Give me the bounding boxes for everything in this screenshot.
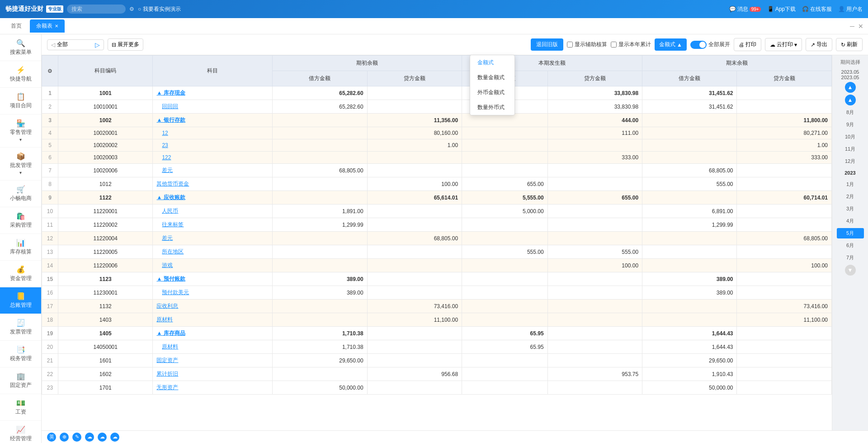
ytd-checkbox-input[interactable] [611, 42, 617, 48]
subject-name-link[interactable]: ▲ 应收账款 [156, 194, 185, 200]
subject-name-link[interactable]: 其他货币资金 [156, 181, 189, 187]
sidebar-item-tax[interactable]: 📑 税务管理 [0, 341, 41, 367]
expand-more-btn[interactable]: ⊟ 展开更多 [108, 38, 143, 51]
sidebar-item-retail[interactable]: 🏪 零售管理 ▾ [0, 114, 41, 148]
status-icon-cloud2[interactable]: ☁ [98, 433, 107, 442]
subject-search-input[interactable] [57, 42, 93, 48]
status-icon-edit[interactable]: ✎ [72, 433, 81, 442]
row-name[interactable]: 122 [153, 152, 273, 164]
row-name[interactable]: 应收利息 [153, 300, 273, 313]
row-name[interactable]: 累计折旧 [153, 367, 273, 381]
subject-name-link[interactable]: 23 [156, 142, 168, 148]
subject-name-link[interactable]: 无形资产 [156, 384, 178, 391]
subject-name-link[interactable]: 回回回 [156, 103, 178, 110]
gear-icon[interactable]: ⚙ [129, 6, 134, 12]
sidebar-item-quicknav[interactable]: ⚡ 快捷导航 [0, 61, 41, 88]
month-6[interactable]: 6月 [837, 240, 864, 251]
subject-name-link[interactable]: 12 [156, 130, 168, 136]
subject-search[interactable]: ◁ ▷ [47, 39, 104, 50]
month-2[interactable]: 2月 [837, 191, 864, 202]
subject-name-link[interactable]: 应收利息 [156, 303, 178, 309]
row-name[interactable]: 所在地区 [153, 245, 273, 259]
row-name[interactable]: 人民币 [153, 205, 273, 218]
show-ytd-checkbox[interactable]: 显示本年累计 [611, 41, 651, 48]
month-12[interactable]: 12月 [837, 156, 864, 167]
cloud-print-btn[interactable]: ☁ 云打印 ▾ [765, 38, 802, 51]
row-name[interactable]: 游戏 [153, 259, 273, 272]
subject-name-link[interactable]: 差元 [156, 235, 173, 241]
refresh-btn[interactable]: ↻ 刷新 [836, 38, 863, 51]
sidebar-item-ecommerce[interactable]: 🛒 小畅电商 [0, 181, 41, 207]
row-name[interactable]: 固定资产 [153, 354, 273, 367]
format-dropdown-btn[interactable]: 金额式 ▲ [655, 38, 687, 51]
download-btn[interactable]: 📱 App下载 [767, 5, 796, 13]
month-10[interactable]: 10月 [837, 132, 864, 142]
status-icon-cloud1[interactable]: ☁ [85, 433, 94, 442]
row-name[interactable]: ▲ 库存现金 [153, 86, 273, 100]
format-option-amount[interactable]: 金额式 [470, 55, 514, 70]
aux-checkbox-input[interactable] [567, 42, 573, 48]
month-9[interactable]: 9月 [837, 119, 864, 130]
subject-name-link[interactable]: 累计折旧 [156, 371, 178, 377]
top-search-input[interactable] [67, 5, 126, 14]
back-arrow-icon[interactable]: ◁ [51, 42, 55, 48]
month-11[interactable]: 11月 [837, 144, 864, 154]
row-name[interactable]: 其他货币资金 [153, 177, 273, 191]
window-minimize-btn[interactable]: ─ [850, 23, 854, 30]
sidebar-item-salary[interactable]: 💵 工资 [0, 394, 41, 421]
format-option-foreign-amount[interactable]: 外币金额式 [470, 85, 514, 100]
print-btn[interactable]: 🖨 打印 [734, 38, 761, 51]
row-name[interactable]: ▲ 银行存款 [153, 114, 273, 127]
message-btn[interactable]: 💬 消息 99+ [729, 5, 761, 13]
status-icon-lang[interactable]: 英 [47, 433, 56, 442]
month-1[interactable]: 1月 [837, 179, 864, 190]
status-icon-cloud3[interactable]: ☁ [110, 433, 119, 442]
status-icon-plus[interactable]: ⊕ [60, 433, 69, 442]
row-name[interactable]: 差元 [153, 164, 273, 177]
sidebar-item-search[interactable]: 🔍 搜索菜单 [0, 34, 41, 61]
format-option-qty-foreign[interactable]: 数量外币式 [470, 100, 514, 115]
sidebar-item-wholesale[interactable]: 📦 批发管理 ▾ [0, 148, 41, 181]
subject-name-link[interactable]: 固定资产 [156, 357, 178, 363]
row-name[interactable]: 无形资产 [153, 381, 273, 395]
subject-name-link[interactable]: 原材料 [156, 316, 173, 323]
toggle-switch[interactable] [690, 41, 707, 49]
sidebar-item-assets[interactable]: 🏢 固定资产 [0, 367, 41, 394]
row-name[interactable]: 23 [153, 139, 273, 152]
expand-all-toggle[interactable]: 全部展开 [690, 41, 730, 49]
prev-period-btn[interactable]: ▲ [845, 82, 856, 93]
sidebar-item-purchase[interactable]: 🛍️ 采购管理 [0, 207, 41, 234]
prev-period-btn2[interactable]: ▲ [845, 95, 856, 105]
tab-balance[interactable]: 余额表 ✕ [30, 19, 65, 33]
subject-name-link[interactable]: 预付款美元 [156, 289, 189, 295]
subject-name-link[interactable]: ▲ 预付账款 [156, 276, 185, 282]
row-name[interactable]: 回回回 [153, 100, 273, 114]
month-3[interactable]: 3月 [837, 204, 864, 214]
row-name[interactable]: 往来标签 [153, 218, 273, 232]
next-period-btn[interactable]: ▼ [845, 265, 856, 276]
row-name[interactable]: 12 [153, 127, 273, 139]
user-avatar[interactable]: 👤 用户名 [838, 5, 863, 13]
export-btn[interactable]: ↗ 导出 [806, 38, 832, 51]
service-btn[interactable]: 🎧 在线客服 [802, 5, 832, 13]
subject-name-link[interactable]: ▲ 库存现金 [156, 90, 185, 96]
row-name[interactable]: ▲ 库存商品 [153, 327, 273, 340]
subject-name-link[interactable]: 122 [156, 154, 171, 161]
sidebar-item-inventory[interactable]: 📊 库存核算 [0, 234, 41, 261]
row-name[interactable]: 预付款美元 [153, 286, 273, 300]
sidebar-item-invoice[interactable]: 🧾 发票管理 [0, 314, 41, 341]
row-name[interactable]: 原材料 [153, 340, 273, 354]
sidebar-item-ledger[interactable]: 📒 总账管理 [0, 287, 41, 314]
subject-name-link[interactable]: 游戏 [156, 262, 173, 268]
sidebar-item-ops[interactable]: 📈 经营管理 [0, 421, 41, 443]
window-close-btn[interactable]: ✕ [858, 23, 863, 30]
row-name[interactable]: 原材料 [153, 313, 273, 327]
subject-name-link[interactable]: 所在地区 [156, 248, 184, 255]
format-option-qty-amount[interactable]: 数量金额式 [470, 70, 514, 85]
month-5[interactable]: 5月 [837, 228, 864, 238]
row-name[interactable]: ▲ 预付账款 [153, 272, 273, 286]
subject-name-link[interactable]: ▲ 库存商品 [156, 330, 185, 336]
subject-name-link[interactable]: ▲ 银行存款 [156, 117, 185, 123]
row-name[interactable]: 差元 [153, 232, 273, 245]
tab-close-icon[interactable]: ✕ [55, 24, 58, 29]
